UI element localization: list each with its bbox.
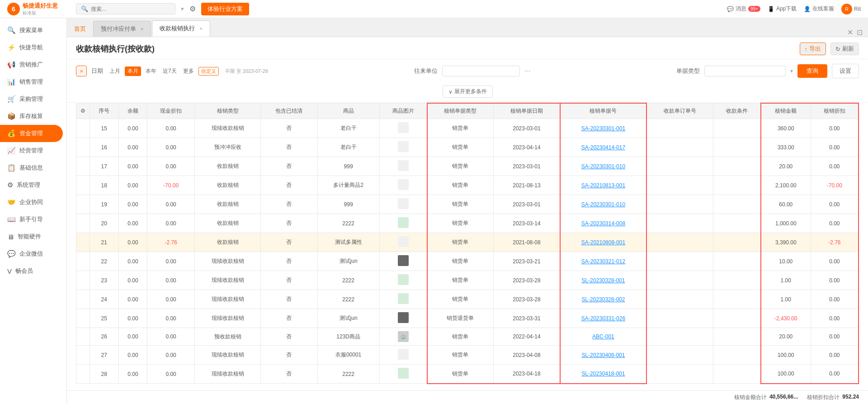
date-this-year[interactable]: 本年 [144, 67, 158, 76]
cell-verify-date: 2023-03-01 [494, 195, 560, 214]
verify-no-link[interactable]: SA-20230314-008 [581, 220, 625, 227]
verify-no-link[interactable]: SL-20230328-002 [581, 296, 625, 303]
sidebar-item-purchase[interactable]: 🛒 采购管理 [0, 90, 66, 108]
message-action[interactable]: 💬 消息 99+ [727, 5, 760, 13]
sidebar-item-inventory[interactable]: 📦 库存核算 [0, 108, 66, 125]
cell-settings[interactable] [76, 346, 90, 365]
verify-no-link[interactable]: SA-20230301-010 [581, 163, 625, 170]
sidebar-item-search[interactable]: 🔍 搜索菜单 [0, 22, 66, 39]
sidebar-item-vip[interactable]: V 畅会员 [0, 262, 66, 280]
tab-prepay[interactable]: 预付冲应付单 × [93, 21, 151, 37]
tab-verify[interactable]: 收款核销执行 × [152, 20, 210, 37]
export-button[interactable]: ↑ 导出 [800, 43, 826, 55]
cell-settings[interactable] [76, 214, 90, 233]
sidebar-item-hardware[interactable]: 🖥 智能硬件 [0, 228, 66, 245]
col-header-verify-voucher-type: 核销单据类型 [427, 103, 494, 119]
search-box[interactable]: 🔍 [76, 3, 175, 14]
cell-verify-date: 2023-03-28 [494, 271, 560, 290]
verify-no-link[interactable]: SA-20230301-001 [581, 125, 625, 132]
filter-dots-1[interactable]: ··· [524, 67, 530, 75]
cell-settings[interactable] [76, 157, 90, 176]
cell-receipt-order-no [646, 290, 713, 309]
industry-btn[interactable]: 体验行业方案 [201, 3, 249, 15]
cell-product-img [379, 346, 427, 365]
search-input[interactable] [91, 6, 163, 12]
sidebar-item-sales[interactable]: 📊 销售管理 [0, 73, 66, 90]
cell-settings[interactable] [76, 195, 90, 214]
tab-prepay-close-icon[interactable]: × [141, 26, 143, 32]
cell-settings[interactable] [76, 233, 90, 252]
date-this-month[interactable]: 本月 [125, 67, 141, 76]
cell-settings[interactable] [76, 252, 90, 271]
verify-no-link[interactable]: SL-20230418-001 [581, 371, 625, 377]
expand-filter-button[interactable]: » [76, 66, 87, 76]
gear-icon[interactable]: ⚙ [189, 5, 196, 13]
verify-no-link[interactable]: SA-20230321-012 [581, 258, 625, 265]
cell-settings[interactable] [76, 138, 90, 157]
cell-settings[interactable] [76, 271, 90, 290]
verify-no-link[interactable]: SL-20230408-001 [581, 352, 625, 358]
cell-verify-amount: 2,100.00 [761, 176, 811, 195]
verify-no-link[interactable]: ABC-001 [592, 333, 614, 340]
user-name[interactable]: R Rit [841, 4, 861, 14]
table-row: 27 0.00 0.00 现续收款核销 否 衣服00001 销货单 2023-0… [76, 346, 859, 365]
online-service-action[interactable]: 👤 在线客服 [804, 5, 834, 13]
export-label: 导出 [809, 45, 821, 53]
col-header-settings[interactable]: ⚙ [76, 103, 90, 119]
cell-settings[interactable] [76, 119, 90, 138]
cell-verify-discount: 0.00 [811, 119, 859, 138]
date-7days[interactable]: 近7天 [161, 67, 179, 76]
date-last-month[interactable]: 上月 [108, 67, 122, 76]
expand-more-button[interactable]: ∨ 展开更多条件 [443, 86, 493, 98]
cell-balance: 0.00 [118, 346, 147, 365]
sidebar-item-guide[interactable]: 📖 新手引导 [0, 211, 66, 228]
cell-receipt-order-no [646, 195, 713, 214]
sidebar-item-basic-info[interactable]: 📋 基础信息 [0, 159, 66, 176]
refresh-button[interactable]: ↻ 刷新 [830, 43, 859, 55]
cell-include-settled: 否 [261, 271, 317, 290]
tab-maximize-icon[interactable]: ⊡ [857, 28, 863, 37]
cell-receipt-order-no [646, 157, 713, 176]
cell-balance: 0.00 [118, 271, 147, 290]
verify-no-link[interactable]: SA-20210808-001 [581, 239, 625, 246]
sidebar-item-marketing[interactable]: 📢 营销推广 [0, 56, 66, 73]
tab-close-window-icon[interactable]: ✕ [847, 28, 853, 37]
app-download-action[interactable]: 📱 App下载 [768, 5, 797, 13]
cell-settings[interactable] [76, 176, 90, 195]
verify-no-link[interactable]: SA-20230414-017 [581, 144, 625, 151]
sidebar-item-operations[interactable]: 📈 经营管理 [0, 142, 66, 159]
tab-verify-close-icon[interactable]: × [199, 26, 202, 31]
cell-verify-voucher-type: 销货单 [427, 346, 494, 365]
cell-settings[interactable] [76, 328, 90, 346]
cell-verify-voucher-type: 销货单 [427, 195, 494, 214]
date-more[interactable]: 更多 [181, 67, 196, 76]
cell-verify-discount: 0.00 [811, 157, 859, 176]
tab-home[interactable]: 首页 [67, 21, 93, 37]
sidebar-item-wechat[interactable]: 💬 企业微信 [0, 245, 66, 262]
date-custom[interactable]: 自定义 [198, 67, 219, 76]
voucher-type-input[interactable] [704, 66, 786, 76]
sidebar-item-collab[interactable]: 🤝 企业协同 [0, 194, 66, 211]
sidebar-item-quick-nav[interactable]: ⚡ 快捷导航 [0, 39, 66, 56]
table-row: 22 0.00 0.00 现续收款核销 否 测试jun 销货单 2023-03-… [76, 252, 859, 271]
verify-no-link[interactable]: SA-20230331-026 [581, 315, 625, 322]
cell-verify-type: 预收款核销 [195, 328, 261, 346]
cell-settings[interactable] [76, 290, 90, 309]
cell-settings[interactable] [76, 365, 90, 384]
verify-no-link[interactable]: SA-20210813-001 [581, 182, 625, 189]
query-button[interactable]: 查询 [797, 64, 827, 78]
verify-no-link[interactable]: SA-20230301-010 [581, 201, 625, 208]
settings-button[interactable]: 设置 [832, 64, 859, 78]
from-unit-input[interactable] [442, 66, 520, 76]
cell-cash-discount: 0.00 [147, 214, 195, 233]
dropdown-chevron-icon[interactable]: ▾ [181, 5, 184, 12]
cell-receipt-condition [713, 176, 761, 195]
sidebar-item-system[interactable]: ⚙ 系统管理 [0, 176, 66, 194]
cell-product: 123D商品 [317, 328, 379, 346]
voucher-type-chevron[interactable]: ▾ [790, 68, 793, 74]
col-header-receipt-order-no: 收款单订单号 [646, 103, 713, 119]
col-settings-icon[interactable]: ⚙ [80, 108, 85, 114]
sidebar-item-finance[interactable]: 💰 资金管理 [0, 125, 63, 142]
cell-settings[interactable] [76, 309, 90, 328]
verify-no-link[interactable]: SL-20230328-001 [581, 277, 625, 284]
